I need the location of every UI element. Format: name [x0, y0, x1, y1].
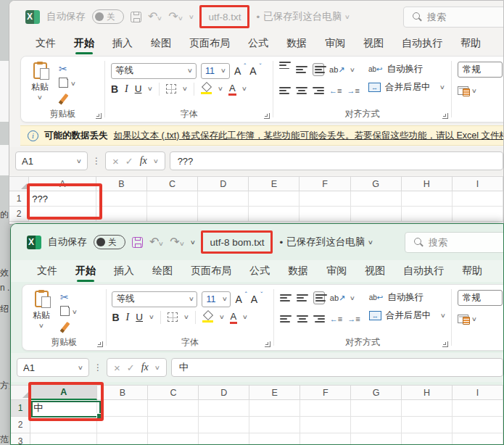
font-color-icon[interactable]: A — [229, 83, 236, 95]
select-all-corner[interactable] — [9, 177, 29, 191]
cell[interactable] — [199, 400, 249, 417]
tab-help[interactable]: 帮助 — [462, 265, 482, 278]
wrap-text-button[interactable]: ab↩ 自动换行 — [368, 63, 445, 75]
select-all-corner[interactable] — [11, 386, 30, 400]
cell[interactable] — [147, 191, 198, 207]
autosave-toggle[interactable]: 关 — [94, 235, 125, 249]
row-header-1[interactable]: 1 — [9, 191, 29, 207]
cell[interactable] — [453, 191, 503, 207]
cancel-icon[interactable]: × — [114, 362, 120, 374]
fill-color-icon[interactable] — [201, 83, 212, 94]
tab-file[interactable]: 文件 — [37, 265, 57, 278]
align-bottom-button[interactable] — [313, 291, 325, 304]
chevron-down-icon[interactable]: ∨ — [147, 86, 153, 92]
column-header-f[interactable]: F — [300, 386, 351, 400]
column-header-i[interactable]: I — [453, 386, 503, 400]
column-header-d[interactable]: D — [199, 386, 249, 400]
paste-button[interactable]: 粘贴 ∨ — [27, 62, 53, 103]
format-painter-button[interactable] — [59, 93, 75, 103]
chevron-down-icon[interactable]: ∨ — [471, 88, 477, 94]
increase-indent-button[interactable]: →≡ — [347, 315, 360, 323]
tab-file[interactable]: 文件 — [36, 37, 56, 50]
cell[interactable] — [299, 207, 350, 222]
cancel-icon[interactable]: × — [112, 155, 119, 167]
bold-button[interactable]: B — [112, 312, 119, 323]
tab-review[interactable]: 审阅 — [325, 37, 345, 50]
cell[interactable] — [402, 417, 453, 433]
chevron-down-icon[interactable]: ∨ — [350, 295, 355, 301]
font-size-dropdown[interactable]: 11 ∨ — [202, 291, 231, 307]
formula-bar-handle[interactable]: ⋮ — [94, 362, 102, 373]
tab-page-layout[interactable]: 页面布局 — [191, 265, 231, 278]
orientation-button[interactable]: ab↗ — [329, 65, 344, 75]
cut-button[interactable]: ✂ — [60, 292, 77, 302]
column-header-c[interactable]: C — [147, 177, 198, 191]
search-input[interactable]: 搜索 — [403, 7, 504, 28]
cell[interactable] — [30, 433, 97, 445]
cell[interactable] — [453, 207, 503, 222]
cell[interactable] — [198, 207, 249, 222]
column-header-i[interactable]: I — [453, 177, 503, 191]
cell[interactable] — [351, 207, 402, 222]
save-icon[interactable] — [132, 237, 143, 248]
increase-indent-button[interactable]: →≡ — [347, 86, 360, 95]
tab-formulas[interactable]: 公式 — [249, 265, 270, 278]
cell[interactable] — [453, 417, 503, 433]
chevron-down-icon[interactable]: ∨ — [471, 316, 477, 323]
tab-formulas[interactable]: 公式 — [248, 37, 268, 50]
cell[interactable] — [300, 400, 351, 417]
orientation-button[interactable]: ab↗ — [330, 294, 345, 303]
number-format-dropdown[interactable]: 常规 — [458, 62, 503, 78]
chevron-down-icon[interactable]: ∨ — [149, 314, 154, 320]
tab-help[interactable]: 帮助 — [460, 37, 481, 50]
column-header-e[interactable]: E — [249, 177, 299, 191]
tab-data[interactable]: 数据 — [288, 265, 308, 278]
column-header-a[interactable]: A — [29, 177, 96, 191]
italic-button[interactable]: I — [126, 312, 130, 323]
cell[interactable] — [97, 433, 148, 445]
italic-button[interactable]: I — [125, 83, 128, 95]
underline-button[interactable]: U — [136, 312, 143, 323]
cell[interactable] — [199, 433, 249, 445]
chevron-down-icon[interactable]: ∨ — [182, 86, 188, 92]
column-header-b[interactable]: B — [96, 177, 147, 191]
enter-icon[interactable]: ✓ — [125, 156, 133, 167]
font-name-dropdown[interactable]: 等线 ∨ — [111, 63, 197, 79]
chevron-down-icon[interactable]: ∨ — [242, 314, 248, 320]
column-header-h[interactable]: H — [402, 386, 453, 400]
borders-icon[interactable] — [168, 312, 178, 322]
insert-function-icon[interactable]: fx — [141, 362, 149, 373]
cell[interactable] — [96, 191, 147, 207]
cell[interactable] — [351, 417, 402, 433]
underline-button[interactable]: U — [135, 83, 142, 94]
merge-center-button[interactable]: ↔ 合并后居中 ∨ — [368, 81, 445, 93]
chevron-down-icon[interactable]: ∨ — [241, 86, 247, 92]
dialog-launcher-icon[interactable] — [97, 341, 103, 347]
cut-button[interactable]: ✂ — [59, 64, 75, 74]
cell[interactable] — [249, 433, 300, 445]
accounting-number-format-icon[interactable] — [458, 86, 468, 95]
cell[interactable] — [249, 207, 299, 222]
cell[interactable] — [29, 207, 96, 222]
tab-automate[interactable]: 自动执行 — [403, 265, 444, 278]
align-bottom-button[interactable] — [313, 63, 324, 76]
decrease-font-size-button[interactable]: A — [249, 65, 260, 77]
column-header-h[interactable]: H — [402, 177, 453, 191]
tab-page-layout[interactable]: 页面布局 — [189, 37, 230, 50]
cell[interactable] — [402, 207, 453, 222]
dialog-launcher-icon[interactable] — [96, 113, 102, 119]
tab-home[interactable]: 开始 — [74, 37, 94, 50]
redo-icon[interactable]: ↷∨ — [170, 236, 183, 248]
insert-function-icon[interactable]: fx — [140, 155, 147, 167]
cell[interactable] — [97, 400, 148, 417]
font-name-dropdown[interactable]: 等线 ∨ — [112, 291, 197, 307]
column-header-g[interactable]: G — [351, 177, 402, 191]
tab-view[interactable]: 视图 — [363, 37, 384, 50]
chevron-down-icon[interactable]: ∨ — [218, 86, 223, 92]
chevron-down-icon[interactable]: ∨ — [183, 314, 189, 320]
column-header-e[interactable]: E — [249, 386, 300, 400]
cell[interactable] — [402, 433, 453, 445]
align-left-button[interactable] — [280, 315, 292, 323]
number-format-dropdown[interactable]: 常规 — [458, 290, 503, 306]
chevron-down-icon[interactable]: ∨ — [219, 314, 225, 320]
